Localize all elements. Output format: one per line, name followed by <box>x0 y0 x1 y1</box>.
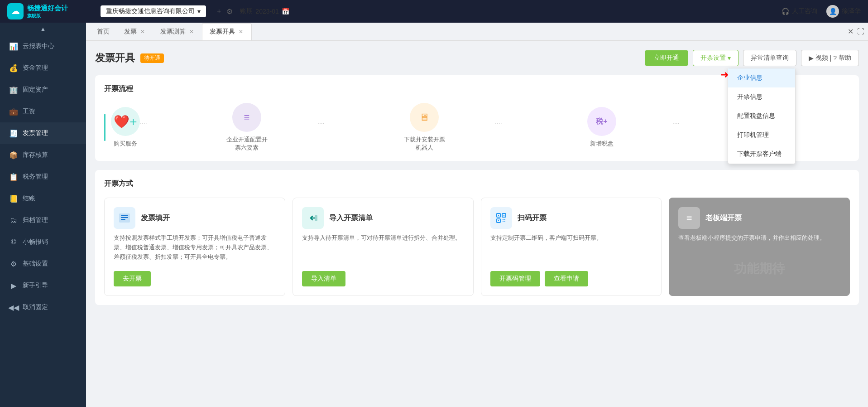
sidebar-item-yunbao[interactable]: 📊 云报表中心 <box>0 35 86 57</box>
video-help-button[interactable]: ▶ 视频 | ? 帮助 <box>801 50 859 66</box>
svg-rect-12 <box>503 219 504 220</box>
dropdown-item-peizhi[interactable]: 配置税盘信息 <box>728 107 795 126</box>
sidebar-item-xiaochang[interactable]: © 小畅报销 <box>0 231 86 253</box>
calendar-icon[interactable]: 📅 <box>282 8 289 15</box>
company-selector[interactable]: 重庆畅捷交通信息咨询有限公司 ▾ <box>101 5 206 17</box>
svg-rect-5 <box>315 215 317 221</box>
page-title: 发票开具 <box>95 51 135 65</box>
dropdown-item-xiazai[interactable]: 下载开票客户端 <box>728 145 795 164</box>
step-1-icon: ❤️+ <box>111 107 140 136</box>
sidebar-item-kucun[interactable]: 📦 库存核算 <box>0 144 86 166</box>
fill-goto-button[interactable]: 去开票 <box>114 271 151 286</box>
user-avatar-icon: 👤 <box>829 8 837 15</box>
flow-left-bar <box>104 114 106 141</box>
tab-expand-button[interactable]: ⛶ <box>857 28 864 36</box>
scan-manage-button[interactable]: 开票码管理 <box>490 271 540 286</box>
method-card-laoban: ≡ 老板端开票 查看老板端小程序提交的开票申请，并作出相应的处理。 功能期待 <box>669 198 850 296</box>
sidebar-item-guidang[interactable]: 🗂 归档管理 <box>0 209 86 231</box>
content-area: 首页 发票 ✕ 发票测算 ✕ 发票开具 ✕ ✕ ⛶ <box>86 23 868 407</box>
laoban-footer: 功能期待 <box>678 251 840 286</box>
sidebar-item-jiezhang[interactable]: 📒 结账 <box>0 188 86 209</box>
sidebar-item-label: 库存核算 <box>23 151 48 159</box>
settings-arrow-icon: ▾ <box>728 54 731 62</box>
exception-button[interactable]: 异常清单查询 <box>743 50 796 66</box>
step-4-label: 新增税盘 <box>590 140 614 148</box>
settings-label: 开票设置 <box>700 54 726 62</box>
sidebar-item-fapiao[interactable]: 🧾 发票管理 <box>0 122 86 144</box>
flow-step-2: ≡ 企业开通配置开票六要素 <box>176 103 317 152</box>
sidebar-item-jichushezhi[interactable]: ⚙ 基础设置 <box>0 253 86 275</box>
sidebar-item-gongzi[interactable]: 💼 工资 <box>0 101 86 122</box>
settings-button[interactable]: 开票设置 ▾ <box>693 50 739 66</box>
svg-rect-3 <box>121 219 125 220</box>
jichushezhi-icon: ⚙ <box>9 259 18 268</box>
svg-rect-10 <box>504 215 504 216</box>
header-actions: 立即开通 开票设置 ▾ 异常清单查询 ▶ 视频 | ? 帮助 <box>645 50 859 66</box>
flow-step-1: ❤️+ 购买服务 <box>111 107 140 148</box>
tab-fapiao-kaiju[interactable]: 发票开具 ✕ <box>202 23 252 40</box>
sidebar-item-quxiao[interactable]: ◀◀ 取消固定 <box>0 296 86 318</box>
method-cards: 发票填开 支持按照发票样式手工填开发票；可开具增值税电子普通发票、增值税普通发票… <box>104 198 850 296</box>
add-button[interactable]: + <box>217 7 221 15</box>
import-button[interactable]: 导入清单 <box>302 271 345 286</box>
method-card-fill-header: 发票填开 <box>114 207 276 229</box>
company-name: 重庆畅捷交通信息咨询有限公司 <box>106 7 195 15</box>
red-arrow-indicator: ➜ <box>720 69 729 81</box>
sidebar-item-zijin[interactable]: 💰 资金管理 <box>0 57 86 79</box>
tab-fapiao-close[interactable]: ✕ <box>139 28 146 36</box>
settings-button[interactable]: ⚙ <box>226 7 233 16</box>
tab-fapiao-label: 发票 <box>124 28 137 36</box>
sidebar-item-gudingzichan[interactable]: 🏢 固定资产 <box>0 79 86 101</box>
dropdown-item-qiyexinxi[interactable]: 企业信息 <box>728 68 795 87</box>
tab-cesuan-close[interactable]: ✕ <box>188 28 195 36</box>
flow-step-4: 税+ 新增税盘 <box>531 107 672 148</box>
period-label: 账期 <box>240 7 253 15</box>
tab-fapiao-cesuan[interactable]: 发票测算 ✕ <box>153 23 202 40</box>
sidebar-scroll-up[interactable]: ▲ <box>0 23 86 35</box>
scan-desc: 支持定制开票二维码，客户端可扫码开票。 <box>490 233 652 263</box>
sidebar-item-label: 固定资产 <box>23 86 48 94</box>
settings-dropdown-menu: 企业信息 开票信息 配置税盘信息 打印机管理 下载开票客户端 <box>728 68 796 164</box>
method-card-scan-header: 扫码开票 <box>490 207 652 229</box>
sidebar-item-shuiwu[interactable]: 📋 税务管理 <box>0 166 86 188</box>
dropdown-item-kaipiaoxinxi[interactable]: 开票信息 <box>728 87 795 107</box>
zijin-icon: 💰 <box>9 63 18 73</box>
main-layout: ▲ 📊 云报表中心 💰 资金管理 🏢 固定资产 💼 工资 🧾 发票管理 📦 库存… <box>0 23 868 407</box>
logo-icon: ☁ <box>7 3 24 19</box>
dropdown-item-dayinji[interactable]: 打印机管理 <box>728 126 795 145</box>
tab-kaiju-close[interactable]: ✕ <box>238 28 244 36</box>
sidebar-item-xinshou[interactable]: ▶ 新手引导 <box>0 275 86 296</box>
user-name: 徐泽华 <box>842 7 861 15</box>
jiezhang-icon: 📒 <box>9 194 18 203</box>
dropdown-item-label: 企业信息 <box>737 74 762 81</box>
tab-fapiao[interactable]: 发票 ✕ <box>117 23 153 40</box>
laoban-title: 老板端开票 <box>705 213 742 223</box>
svg-rect-14 <box>503 221 504 222</box>
company-dropdown-icon: ▾ <box>197 8 201 15</box>
dropdown-item-label: 打印机管理 <box>737 131 769 138</box>
consult-button[interactable]: 🎧 人工咨询 <box>782 7 817 15</box>
yunbao-icon: 📊 <box>9 42 18 51</box>
step-3-label: 下载并安装开票机器人 <box>402 136 447 152</box>
method-section-title: 开票方式 <box>104 179 850 189</box>
gongzi-icon: 💼 <box>9 107 18 116</box>
svg-rect-9 <box>498 215 499 216</box>
user-menu[interactable]: 👤 徐泽华 <box>826 5 861 18</box>
scan-footer: 开票码管理 查看申请 <box>490 271 652 286</box>
tab-home[interactable]: 首页 <box>90 23 117 40</box>
kucun-icon: 📦 <box>9 150 18 160</box>
svg-rect-13 <box>504 219 505 220</box>
sidebar: ▲ 📊 云报表中心 💰 资金管理 🏢 固定资产 💼 工资 🧾 发票管理 📦 库存… <box>0 23 86 407</box>
tab-close-all-button[interactable]: ✕ <box>848 27 854 36</box>
method-card-laoban-header: ≡ 老板端开票 <box>678 207 840 229</box>
fill-footer: 去开票 <box>114 271 276 286</box>
page-title-area: 发票开具 待开通 <box>95 51 164 65</box>
laoban-overlay-text: 功能期待 <box>678 251 840 286</box>
step-2-label: 企业开通配置开票六要素 <box>224 136 269 152</box>
activate-button[interactable]: 立即开通 <box>645 50 688 66</box>
step-2-icon: ≡ <box>232 103 261 132</box>
logo-sub-text: 旗舰版 <box>27 13 68 19</box>
method-card-scan: 扫码开票 支持定制开票二维码，客户端可扫码开票。 开票码管理 查看申请 <box>481 198 662 296</box>
sidebar-item-label: 税务管理 <box>23 173 48 181</box>
scan-apply-button[interactable]: 查看申请 <box>545 271 588 286</box>
